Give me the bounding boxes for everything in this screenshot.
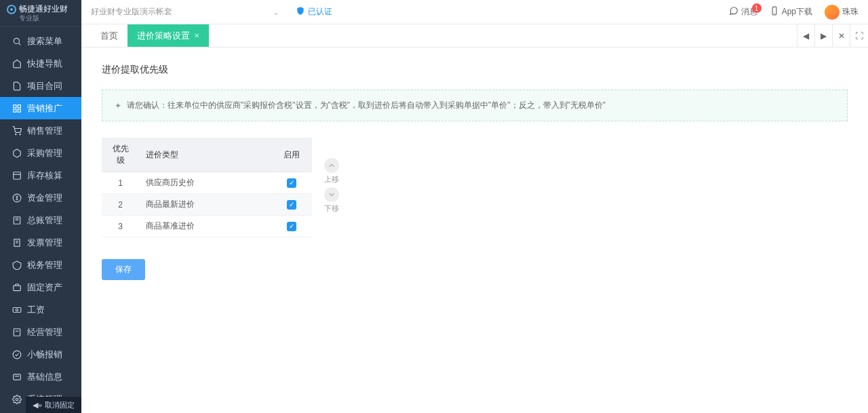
sidebar: 畅捷通好业财 专业版 搜索菜单快捷导航项目合同营销推广销售管理采购管理库存核算资…: [0, 0, 81, 413]
brand-edition: 专业版: [19, 14, 81, 23]
search-icon: [12, 37, 22, 46]
money-icon: [12, 193, 22, 203]
table-row[interactable]: 2商品最新进价✓: [102, 194, 312, 216]
svg-rect-4: [18, 109, 20, 112]
top-header: 好业财专业版演示帐套 ⌄ 已认证 消息 1: [81, 0, 868, 24]
avatar: [825, 5, 840, 20]
invoice-icon: [12, 238, 22, 248]
svg-rect-18: [13, 307, 21, 312]
messages-badge: 1: [752, 3, 762, 13]
sidebar-menu: 搜索菜单快捷导航项目合同营销推广销售管理采购管理库存核算资金管理总账管理发票管理…: [0, 27, 81, 413]
shield-icon: [296, 6, 305, 18]
info-icon: [12, 372, 22, 382]
svg-rect-8: [14, 172, 21, 179]
table-row[interactable]: 1供应商历史价✓: [102, 172, 312, 194]
tab-close-all-button[interactable]: ✕: [833, 24, 850, 47]
svg-point-19: [16, 309, 18, 311]
tab-home[interactable]: 首页: [91, 24, 127, 47]
chevron-down-icon: ⌄: [273, 7, 279, 17]
svg-rect-23: [14, 374, 21, 379]
ledger-icon: [12, 216, 22, 225]
save-button[interactable]: 保存: [102, 259, 145, 280]
tab-price-strategy[interactable]: 进价策略设置 ✕: [127, 24, 209, 47]
svg-rect-20: [14, 328, 20, 336]
account-selector[interactable]: 好业财专业版演示帐套 ⌄: [91, 6, 279, 18]
sidebar-item-5[interactable]: 采购管理: [0, 142, 81, 164]
cart-icon: [12, 126, 22, 136]
svg-line-1: [19, 43, 21, 45]
sidebar-item-1[interactable]: 快捷导航: [0, 52, 81, 75]
svg-point-7: [20, 134, 20, 134]
table-row[interactable]: 3商品基准进价✓: [102, 216, 312, 237]
svg-point-0: [14, 38, 19, 43]
user-menu[interactable]: 珠珠: [825, 5, 859, 20]
close-icon[interactable]: ✕: [194, 32, 199, 39]
box-icon: [12, 149, 22, 158]
sidebar-item-0[interactable]: 搜索菜单: [0, 30, 81, 52]
svg-point-6: [16, 134, 16, 134]
fullscreen-button[interactable]: ⛶: [850, 24, 868, 47]
reimburse-icon: [12, 350, 22, 359]
chat-icon: [729, 6, 738, 18]
tax-icon: [12, 260, 22, 270]
svg-rect-3: [18, 104, 20, 107]
sidebar-item-8[interactable]: 总账管理: [0, 209, 81, 231]
checkbox-enabled[interactable]: ✓: [287, 222, 296, 231]
info-banner: ✦ 请您确认：往来单位中的供应商"采购报价含税"设置，为"含税"，取到进价后将自…: [102, 90, 848, 121]
sys-icon: [12, 395, 22, 404]
asset-icon: [12, 283, 22, 292]
svg-point-22: [13, 351, 21, 359]
sidebar-item-11[interactable]: 固定资产: [0, 276, 81, 298]
sidebar-item-2[interactable]: 项目合同: [0, 75, 81, 97]
col-type: 进价类型: [139, 138, 271, 172]
col-enabled: 启用: [271, 138, 312, 172]
sidebar-item-4[interactable]: 销售管理: [0, 119, 81, 142]
checkbox-enabled[interactable]: ✓: [287, 200, 296, 210]
sidebar-brand: 畅捷通好业财 专业版: [0, 0, 81, 27]
svg-point-25: [16, 398, 18, 401]
sidebar-item-6[interactable]: 库存核算: [0, 164, 81, 186]
grid-icon: [12, 104, 22, 113]
priority-table: 优先级 进价类型 启用 1供应商历史价✓2商品最新进价✓3商品基准进价✓: [102, 138, 312, 237]
move-down-button[interactable]: [324, 187, 339, 202]
sparkle-icon: ✦: [115, 101, 121, 111]
doc-icon: [12, 81, 22, 91]
move-up-button[interactable]: [324, 158, 339, 173]
svg-rect-5: [14, 109, 16, 112]
content: 进价提取优先级 ✦ 请您确认：往来单位中的供应商"采购报价含税"设置，为"含税"…: [81, 47, 868, 413]
sidebar-item-7[interactable]: 资金管理: [0, 186, 81, 209]
move-down-label: 下移: [324, 203, 339, 214]
download-button[interactable]: App下载: [770, 6, 812, 18]
sidebar-item-3[interactable]: 营销推广: [0, 97, 81, 119]
svg-rect-2: [14, 104, 16, 107]
stock-icon: [12, 171, 22, 180]
tab-bar: 首页 进价策略设置 ✕ ◀ ▶ ✕ ⛶: [81, 24, 868, 47]
page-title: 进价提取优先级: [102, 64, 848, 76]
col-priority: 优先级: [102, 138, 139, 172]
tab-next-button[interactable]: ▶: [815, 24, 833, 47]
messages-button[interactable]: 消息 1: [729, 6, 757, 18]
tab-prev-button[interactable]: ◀: [797, 24, 815, 47]
sidebar-item-13[interactable]: 经营管理: [0, 321, 81, 343]
checkbox-enabled[interactable]: ✓: [287, 178, 296, 188]
sidebar-item-10[interactable]: 税务管理: [0, 254, 81, 276]
verified-badge: 已认证: [296, 6, 332, 18]
sidebar-item-9[interactable]: 发票管理: [0, 231, 81, 254]
phone-icon: [770, 6, 779, 18]
salary-icon: [12, 305, 22, 315]
speaker-icon: ◀»: [33, 401, 42, 410]
home-icon: [12, 59, 22, 68]
biz-icon: [12, 328, 22, 337]
sidebar-item-12[interactable]: 工资: [0, 298, 81, 321]
sidebar-item-15[interactable]: 基础信息: [0, 366, 81, 388]
sidebar-item-14[interactable]: 小畅报销: [0, 343, 81, 366]
move-up-label: 上移: [324, 174, 339, 184]
brand-logo-icon: [7, 5, 16, 14]
sidebar-pin-toggle[interactable]: ◀» 取消固定: [26, 397, 81, 413]
svg-rect-17: [14, 286, 21, 291]
